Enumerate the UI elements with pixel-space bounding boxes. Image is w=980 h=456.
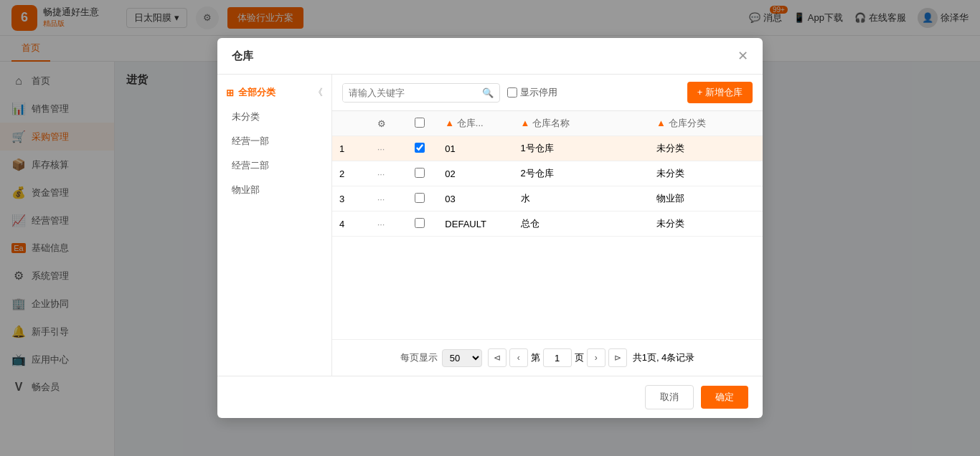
row-check[interactable] [407, 161, 438, 186]
row-category: 未分类 [649, 161, 763, 186]
warehouse-right-panel: 🔍 显示停用 + 新增仓库 [332, 75, 763, 376]
row-check[interactable] [407, 186, 438, 212]
sort-up-icon: ▲ [445, 118, 454, 128]
modal-title: 仓库 [232, 49, 253, 63]
search-input[interactable] [343, 84, 476, 102]
page-label: 页 [575, 351, 584, 364]
per-page-select[interactable]: 50 10 20 100 [442, 349, 482, 367]
all-categories-label: 全部分类 [238, 86, 275, 99]
row-code: DEFAULT [438, 212, 513, 237]
row-num: 1 [332, 136, 370, 161]
row-checkbox[interactable] [415, 193, 425, 203]
last-page-button[interactable]: ⊳ [608, 348, 627, 367]
modal-footer: 取消 确定 [217, 376, 763, 418]
row-num: 2 [332, 161, 370, 186]
col-gear-header: ⚙ [370, 111, 408, 136]
row-name: 2号仓库 [514, 161, 649, 186]
row-category: 未分类 [649, 212, 763, 237]
select-all-checkbox[interactable] [415, 118, 425, 128]
category-item-op1[interactable]: 经营一部 [217, 129, 331, 153]
table-row[interactable]: 2 ··· 02 2号仓库 未分类 [332, 161, 763, 186]
row-gear[interactable]: ··· [370, 136, 408, 161]
col-cat-header[interactable]: ▲ 仓库分类 [649, 111, 763, 136]
table-header: ⚙ ▲ 仓库... ▲ [332, 111, 763, 136]
modal-overlay: 仓库 ✕ ⊞ 全部分类 《 未分类 [0, 0, 980, 456]
row-code: 01 [438, 136, 513, 161]
per-page-control: 每页显示 50 10 20 100 [400, 349, 482, 367]
warehouse-toolbar: 🔍 显示停用 + 新增仓库 [332, 75, 763, 111]
row-code: 03 [438, 186, 513, 212]
warehouse-table-container: ⚙ ▲ 仓库... ▲ [332, 111, 763, 339]
page-di-label: 第 [531, 351, 540, 364]
collapse-icon: 《 [314, 86, 323, 99]
row-check[interactable] [407, 136, 438, 161]
page-navigation: ⊲ ‹ 第 页 › ⊳ [488, 348, 627, 367]
table-row[interactable]: 1 ··· 01 1号仓库 未分类 [332, 136, 763, 161]
page-number-input[interactable] [543, 348, 572, 367]
sort-up-icon3: ▲ [656, 118, 666, 128]
row-check[interactable] [407, 212, 438, 237]
cancel-button[interactable]: 取消 [645, 385, 694, 409]
row-gear[interactable]: ··· [370, 212, 408, 237]
all-categories-button[interactable]: ⊞ 全部分类 《 [217, 80, 331, 105]
col-num-header [332, 111, 370, 136]
row-name: 总仓 [514, 212, 649, 237]
table-body: 1 ··· 01 1号仓库 未分类 2 ··· 02 2号仓库 未分类 3 ··… [332, 136, 763, 237]
warehouse-modal: 仓库 ✕ ⊞ 全部分类 《 未分类 [217, 38, 763, 418]
row-checkbox[interactable] [415, 143, 425, 153]
col-code-header[interactable]: ▲ 仓库... [438, 111, 513, 136]
warehouse-table: ⚙ ▲ 仓库... ▲ [332, 111, 763, 237]
table-row[interactable]: 3 ··· 03 水 物业部 [332, 186, 763, 212]
add-warehouse-button[interactable]: + 新增仓库 [687, 82, 753, 103]
row-name: 1号仓库 [514, 136, 649, 161]
row-num: 4 [332, 212, 370, 237]
row-category: 未分类 [649, 136, 763, 161]
modal-header: 仓库 ✕ [217, 38, 763, 75]
row-code: 02 [438, 161, 513, 186]
search-box: 🔍 [342, 83, 500, 103]
category-item-op2[interactable]: 经营二部 [217, 153, 331, 178]
search-icon[interactable]: 🔍 [476, 84, 499, 102]
next-page-button[interactable]: › [587, 348, 606, 367]
row-gear[interactable]: ··· [370, 161, 408, 186]
row-category: 物业部 [649, 186, 763, 212]
grid-icon: ⊞ [226, 87, 234, 98]
col-check-header [407, 111, 438, 136]
pagination: 每页显示 50 10 20 100 ⊲ ‹ 第 [332, 339, 763, 376]
category-item-property[interactable]: 物业部 [217, 178, 331, 202]
per-page-label: 每页显示 [400, 351, 438, 364]
category-item-unclassified[interactable]: 未分类 [217, 105, 331, 129]
row-checkbox[interactable] [415, 218, 425, 228]
total-info: 共1页, 4条记录 [633, 351, 695, 364]
show-disabled-toggle[interactable]: 显示停用 [507, 86, 557, 99]
prev-page-button[interactable]: ‹ [509, 348, 528, 367]
show-disabled-checkbox[interactable] [507, 87, 517, 98]
category-sidebar: ⊞ 全部分类 《 未分类 经营一部 经营二部 物业 [217, 75, 332, 376]
row-gear[interactable]: ··· [370, 186, 408, 212]
table-row[interactable]: 4 ··· DEFAULT 总仓 未分类 [332, 212, 763, 237]
row-name: 水 [514, 186, 649, 212]
row-num: 3 [332, 186, 370, 212]
sort-up-icon2: ▲ [521, 118, 530, 128]
confirm-button[interactable]: 确定 [701, 386, 748, 409]
row-checkbox[interactable] [415, 168, 425, 178]
modal-body: ⊞ 全部分类 《 未分类 经营一部 经营二部 物业 [217, 75, 763, 376]
col-name-header[interactable]: ▲ 仓库名称 [514, 111, 649, 136]
modal-close-button[interactable]: ✕ [738, 48, 748, 64]
first-page-button[interactable]: ⊲ [488, 348, 507, 367]
